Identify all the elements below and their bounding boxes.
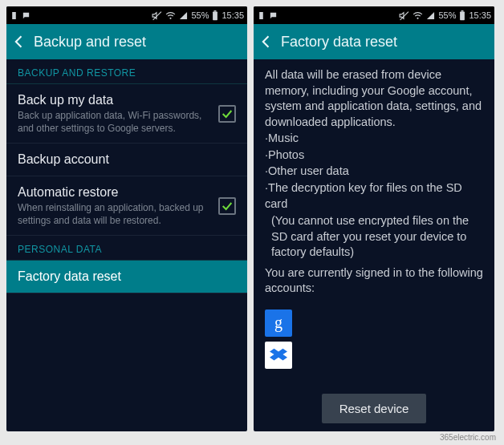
phone-icon <box>10 11 18 20</box>
signed-in-text: You are currently signed in to the follo… <box>265 265 483 297</box>
reset-device-button[interactable]: Reset device <box>322 394 427 423</box>
svg-rect-2 <box>213 11 218 20</box>
row-backup-account[interactable]: Backup account <box>6 144 247 176</box>
screen-factory-data-reset: 55% 15:35 Factory data reset All data wi… <box>254 6 494 431</box>
sms-icon <box>22 11 30 20</box>
page-title: Backup and reset <box>34 34 146 51</box>
signal-icon <box>426 11 435 20</box>
row-automatic-restore[interactable]: Automatic restore When reinstalling an a… <box>6 176 247 236</box>
checkbox-checked-icon[interactable] <box>218 105 236 123</box>
page-title: Factory data reset <box>281 34 397 51</box>
row-desc: When reinstalling an application, backed… <box>18 202 212 227</box>
battery-icon <box>212 10 218 21</box>
account-google-icon[interactable]: g <box>265 309 292 337</box>
signal-icon <box>179 11 188 20</box>
screen-backup-and-reset: 55% 15:35 Backup and reset BACKUP AND RE… <box>6 6 247 431</box>
section-personal-data: PERSONAL DATA <box>6 236 247 261</box>
intro-text: All data will be erased from device memo… <box>265 67 483 130</box>
bullet-other-data: ·Other user data <box>265 164 483 180</box>
phone-icon <box>257 11 266 20</box>
settings-list: BACKUP AND RESTORE Back up my data Back … <box>6 59 247 431</box>
watermark: 365electric.com <box>440 433 496 442</box>
bullet-photos: ·Photos <box>265 148 483 164</box>
reset-details: All data will be erased from device memo… <box>254 59 494 431</box>
battery-percent: 55% <box>438 10 456 20</box>
bullet-decryption-key: ·The decryption key for files on the SD … <box>265 180 483 212</box>
wifi-icon <box>165 10 176 21</box>
title-bar: Factory data reset <box>254 24 494 59</box>
checkbox-checked-icon[interactable] <box>218 197 236 215</box>
battery-percent: 55% <box>191 10 209 20</box>
sms-icon <box>269 11 278 20</box>
svg-point-1 <box>170 18 171 18</box>
mute-icon <box>152 10 162 21</box>
mute-icon <box>399 10 409 21</box>
title-bar: Backup and reset <box>6 24 247 59</box>
row-backup-my-data[interactable]: Back up my data Back up application data… <box>6 84 247 144</box>
battery-icon <box>459 10 465 21</box>
section-backup-restore: BACKUP AND RESTORE <box>6 59 247 84</box>
row-title: Backup account <box>18 152 236 168</box>
row-title: Automatic restore <box>18 184 212 200</box>
svg-line-0 <box>153 11 161 19</box>
row-title: Back up my data <box>18 92 212 108</box>
row-desc: Back up application data, Wi-Fi password… <box>18 110 212 135</box>
status-bar: 55% 15:35 <box>254 6 494 24</box>
svg-rect-3 <box>214 10 217 11</box>
account-dropbox-icon[interactable] <box>265 342 292 369</box>
svg-point-5 <box>417 18 418 18</box>
status-bar: 55% 15:35 <box>6 6 247 24</box>
bullet-music: ·Music <box>265 131 483 147</box>
back-icon[interactable] <box>258 34 274 50</box>
svg-line-4 <box>400 11 408 19</box>
svg-rect-6 <box>461 11 465 20</box>
clock: 15:35 <box>222 10 244 20</box>
wifi-icon <box>413 10 423 21</box>
row-title: Factory data reset <box>18 269 236 285</box>
row-factory-data-reset[interactable]: Factory data reset <box>6 261 247 293</box>
svg-rect-7 <box>461 10 464 11</box>
encryption-note: (You cannot use encrypted files on the S… <box>271 213 483 261</box>
clock: 15:35 <box>469 10 491 20</box>
back-icon[interactable] <box>11 34 27 50</box>
